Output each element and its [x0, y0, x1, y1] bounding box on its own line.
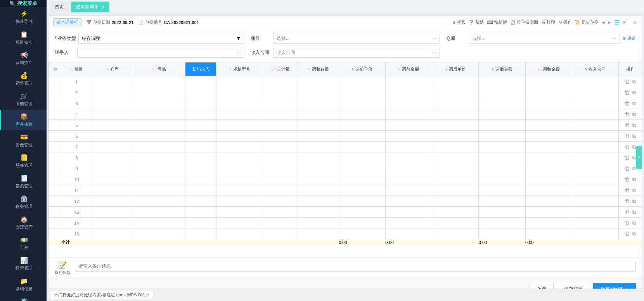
cell-prev-price[interactable] — [339, 142, 385, 152]
copy-row-icon[interactable]: ⧉ — [632, 231, 636, 237]
income-contract-input[interactable]: 收入合同 ··· — [273, 47, 440, 58]
cell-product[interactable] — [133, 142, 185, 152]
cell-prev-price[interactable] — [339, 152, 385, 163]
cell-unit[interactable] — [263, 218, 298, 228]
business-type-select[interactable]: 结存调整 ▼ — [78, 33, 244, 44]
cell-adj-total[interactable] — [525, 109, 572, 120]
copy-row-icon[interactable]: ⧉ — [632, 155, 636, 161]
cell-adj-amount[interactable] — [479, 196, 525, 207]
cell-unit[interactable] — [263, 98, 298, 109]
cell-prev-amount[interactable] — [385, 98, 432, 109]
cell-unit[interactable] — [263, 185, 298, 196]
cell-scan[interactable] — [185, 218, 216, 228]
sidebar-item-project-contract[interactable]: 📋项目合同 — [0, 28, 47, 48]
cell-adj-amount[interactable] — [479, 152, 525, 163]
col-scan[interactable]: 扫码录入 — [185, 62, 216, 76]
cell-income[interactable] — [572, 142, 618, 152]
cell-product[interactable] — [133, 185, 185, 196]
delete-row-icon[interactable]: 🗑 — [625, 155, 630, 161]
cell-adj-total[interactable] — [525, 174, 572, 185]
cell-prev-amount[interactable] — [385, 109, 432, 120]
cell-warehouse[interactable] — [92, 228, 133, 239]
copy-row-icon[interactable]: ⧉ — [632, 209, 636, 215]
sidebar-item-sales[interactable]: 💰销售管理 — [0, 69, 47, 89]
cell-unit[interactable] — [263, 152, 298, 163]
tab-home[interactable]: 首页 — [50, 2, 69, 12]
cell-product[interactable] — [133, 196, 185, 207]
cell-income[interactable] — [572, 76, 618, 87]
cell-prev-price[interactable] — [339, 163, 385, 174]
copy-row-icon[interactable]: ⧉ — [632, 166, 636, 171]
cell-prev-price[interactable] — [339, 120, 385, 131]
cell-adj-amount[interactable] — [479, 87, 525, 98]
copy-row-icon[interactable]: ⧉ — [632, 79, 636, 85]
sidebar-item-assets[interactable]: 🏠固定资产 — [0, 213, 47, 233]
cell-unit[interactable] — [263, 196, 298, 207]
cell-adj-amount[interactable] — [479, 174, 525, 185]
cell-adj-total[interactable] — [525, 87, 572, 98]
cell-prev-amount[interactable] — [385, 185, 432, 196]
cell-adj-total[interactable] — [525, 196, 572, 207]
copy-row-icon[interactable]: ⧉ — [632, 100, 636, 106]
cell-prev-price[interactable] — [339, 174, 385, 185]
list-view-icon[interactable]: ☰ — [614, 19, 620, 26]
delete-row-icon[interactable]: 🗑 — [625, 79, 630, 85]
cell-adj-total[interactable] — [525, 142, 572, 152]
cell-scan[interactable] — [185, 185, 216, 196]
cell-product[interactable] — [133, 131, 185, 142]
cell-spec[interactable] — [216, 174, 263, 185]
cell-warehouse[interactable] — [92, 218, 133, 228]
cell-unit[interactable] — [263, 207, 298, 218]
cell-qty[interactable] — [298, 142, 339, 152]
cell-income[interactable] — [572, 196, 618, 207]
delete-row-icon[interactable]: 🗑 — [625, 198, 630, 204]
settings-link[interactable]: ⚙ 设置 — [622, 36, 636, 42]
cell-product[interactable] — [133, 109, 185, 120]
cell-spec[interactable] — [216, 196, 263, 207]
cell-adj-amount[interactable] — [479, 142, 525, 152]
action-shortcut[interactable]: ⌨ 快捷键 — [487, 19, 507, 25]
cell-income[interactable] — [572, 185, 618, 196]
right-edge-tab[interactable]: ≡ — [636, 146, 642, 169]
cell-scan[interactable] — [185, 142, 216, 152]
cell-adj-amount[interactable] — [479, 207, 525, 218]
delete-row-icon[interactable]: 🗑 — [625, 111, 630, 117]
cell-income[interactable] — [572, 109, 618, 120]
cell-adj-price[interactable] — [432, 163, 479, 174]
copy-row-icon[interactable]: ⧉ — [632, 122, 636, 128]
cell-adj-price[interactable] — [432, 87, 479, 98]
cell-prev-amount[interactable] — [385, 196, 432, 207]
cell-product[interactable] — [133, 152, 185, 163]
cell-warehouse[interactable] — [92, 131, 133, 142]
handler-input[interactable]: ··· — [77, 47, 244, 58]
cell-adj-price[interactable] — [432, 218, 479, 228]
action-history[interactable]: 📜 历史单据 — [575, 19, 599, 25]
cell-warehouse[interactable] — [92, 196, 133, 207]
cell-scan[interactable] — [185, 120, 216, 131]
cell-warehouse[interactable] — [92, 152, 133, 163]
action-period[interactable]: 📋 按单振测期 — [510, 19, 538, 25]
cell-adj-total[interactable] — [525, 163, 572, 174]
cell-product[interactable] — [133, 228, 185, 239]
cell-prev-amount[interactable] — [385, 174, 432, 185]
tab-close-icon[interactable]: ✕ — [101, 5, 104, 9]
delete-row-icon[interactable]: 🗑 — [625, 144, 630, 150]
cell-warehouse[interactable] — [92, 76, 133, 87]
delete-row-icon[interactable]: 🗑 — [625, 187, 630, 193]
cell-prev-price[interactable] — [339, 131, 385, 142]
cell-unit[interactable] — [263, 142, 298, 152]
cell-adj-price[interactable] — [432, 207, 479, 218]
sidebar-logo[interactable]: 🔍 搜索菜单 — [0, 0, 47, 7]
cell-scan[interactable] — [185, 87, 216, 98]
action-help[interactable]: ❓ 帮助 — [469, 19, 484, 25]
cell-prev-amount[interactable] — [385, 218, 432, 228]
sidebar-item-inventory[interactable]: 📦库存核算 — [0, 110, 47, 130]
copy-row-icon[interactable]: ⧉ — [632, 111, 636, 117]
cell-income[interactable] — [572, 87, 618, 98]
action-ops[interactable]: ⚙ 操作 — [558, 19, 572, 25]
cell-warehouse[interactable] — [92, 207, 133, 218]
cell-qty[interactable] — [298, 87, 339, 98]
cell-spec[interactable] — [216, 131, 263, 142]
cell-scan[interactable] — [185, 207, 216, 218]
grid-view-icon[interactable]: ⊞ — [623, 20, 627, 25]
